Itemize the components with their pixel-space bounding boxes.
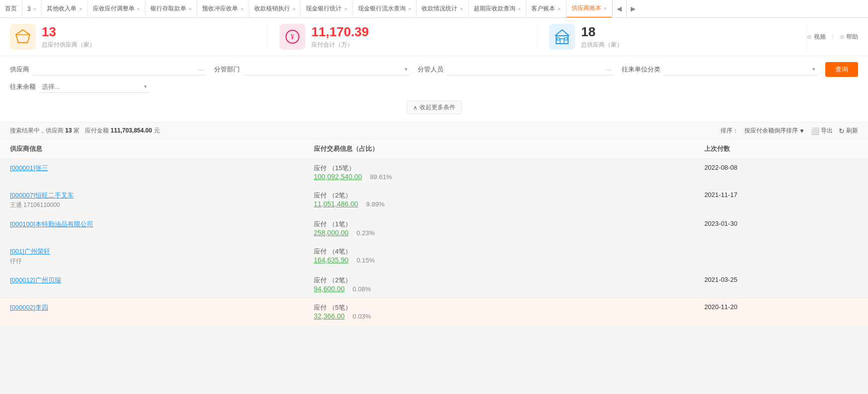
dept-input[interactable] [243,64,405,75]
balance-label: 往来余额 [10,82,36,91]
nav-tab-customer-account-close[interactable]: × [558,6,561,12]
nav-tab-cash-bank-stat-close[interactable]: × [344,6,347,12]
nav-tab-ap-adjust-close[interactable]: × [137,6,140,12]
category-input[interactable] [663,64,813,75]
extra-cell [825,159,868,186]
supplier-link[interactable]: [000012]广州贝瑞 [10,276,61,284]
collapse-button[interactable]: ∧ 收起更多条件 [407,101,462,114]
nav-tab-verify-exec[interactable]: 收款核销执行 × [249,0,301,18]
filter-dept: 分管部门 ▾ [214,64,410,75]
category-arrow-down-icon[interactable]: ▾ [812,66,817,72]
nav-tab-overdue-query-close[interactable]: × [518,6,521,12]
help-link[interactable]: ⊙ 帮助 [840,33,858,41]
top-nav: 首页 3 × 其他收入单 × 应收应付调整单 × 银行存取款单 × 预收冲应收单… [0,0,868,18]
th-extra [825,139,868,159]
table-row: [000012]广州贝瑞应付（2笔）94,600.000.08%2021-03-… [0,271,868,298]
category-label: 往来单位分类 [622,65,660,74]
balance-input[interactable] [39,81,144,92]
tx-amount[interactable]: 11,051,486.00 [314,200,359,208]
refresh-button[interactable]: ↻ 刷新 [839,127,858,135]
nav-tab-cash-bank-stat[interactable]: 现金银行统计 × [301,0,353,18]
supplier-cell: [000012]广州贝瑞 [0,271,304,298]
video-link[interactable]: ⊙ 视频 [807,33,825,41]
person-dots-icon[interactable]: ··· [606,66,614,73]
tx-type-label: 应付 [314,164,327,172]
svg-rect-5 [560,39,564,44]
dept-arrow-down-icon[interactable]: ▾ [405,66,410,72]
nav-tab-other-income-close[interactable]: × [79,6,82,12]
filter-balance: 往来余额 ▾ [10,81,149,93]
tx-amount[interactable]: 258,000.00 [314,229,349,237]
filter-row-1: 供应商 ··· 分管部门 ▾ 分管人员 ··· 往来单位分类 [10,62,858,77]
tx-cell: 应付（5笔）32,366.000.03% [304,298,695,326]
th-last-pay: 上次付数 [694,139,824,159]
collapse-up-icon: ∧ [413,104,418,111]
extra-cell [825,186,868,215]
data-table: 供应商信息 应付交易信息（占比） 上次付数 [000001]张三应付（15笔）1… [0,139,868,325]
tx-amount[interactable]: 164,635.90 [314,256,349,264]
nav-tab-cash-bank-flow-close[interactable]: × [408,6,411,12]
ap-total-label: 应付合计（万） [311,41,369,49]
supplier-cell: [000100]本特勤油品有限公司 [0,215,304,242]
nav-tab-advance-verify[interactable]: 预收冲应收单 × [197,0,249,18]
tx-amount[interactable]: 94,600.00 [314,285,345,293]
supplier-cell: [001]广州荣轩仔仔 [0,242,304,271]
nav-tab-3[interactable]: 3 × [22,0,42,18]
nav-arrow-right[interactable]: ▶ [626,0,640,18]
tx-amount[interactable]: 32,366.00 [314,312,345,320]
supplier-input-wrap: ··· [32,64,206,75]
table-body: [000001]张三应付（15笔）100,092,540.0089.61%202… [0,159,868,326]
export-label: 导出 [821,127,833,135]
nav-tab-bank-deposit-close[interactable]: × [189,6,192,12]
nav-tab-advance-verify-close[interactable]: × [240,6,243,12]
video-label: 视频 [814,33,826,40]
nav-tab-supplier-account-close[interactable]: × [604,5,607,11]
nav-tab-ap-adjust[interactable]: 应收应付调整单 × [88,0,145,18]
last-pay-cell: 2021-11-17 [694,186,824,215]
svg-rect-4 [556,36,568,44]
nav-tab-home[interactable]: 首页 [0,0,22,18]
nav-tab-other-income[interactable]: 其他收入单 × [42,0,87,18]
tx-count-label: （2笔） [329,192,352,199]
nav-tab-collect-stat[interactable]: 收款情况统计 × [417,0,468,18]
tx-amount[interactable]: 100,092,540.00 [314,173,362,181]
svg-marker-0 [16,30,30,43]
nav-arrow-left[interactable]: ◀ [612,0,626,18]
summary-card-ap-total: ¥ 11,170.39 应付合计（万） [268,24,537,50]
nav-tab-3-close[interactable]: × [33,6,36,12]
card-content-total-suppliers: 18 总供应商（家） [581,24,623,49]
nav-tab-cash-bank-flow[interactable]: 现金银行流水查询 × [353,0,417,18]
nav-tab-supplier-account[interactable]: 供应商账本 × [567,0,612,18]
last-pay-cell: 2021-03-25 [694,271,824,298]
supplier-link[interactable]: [000001]张三 [10,164,48,172]
nav-tab-collect-stat-close[interactable]: × [460,6,463,12]
person-input[interactable] [446,64,606,75]
tx-cell: 应付（2笔）11,051,486.009.89% [304,186,695,215]
tx-pct: 0.08% [353,285,371,293]
extra-cell [825,271,868,298]
result-prefix: 搜索结果中，供应商 [10,127,64,134]
nav-tab-verify-exec-close[interactable]: × [292,6,295,12]
tx-cell: 应付（1笔）258,000.000.23% [304,215,695,242]
svg-text:¥: ¥ [291,33,294,41]
supplier-sub-info: 王通 17106110000 [10,201,294,209]
total-payable-suppliers-label: 总应付供应商（家） [42,41,95,49]
nav-tab-overdue-query[interactable]: 超期应收款查询 × [469,0,526,18]
table-row: [000001]张三应付（15笔）100,092,540.0089.61%202… [0,159,868,186]
export-button[interactable]: ⬜ 导出 [811,127,833,135]
amount-text: 应付金额 111,703,854.00 元 [85,127,159,134]
nav-tab-bank-deposit[interactable]: 银行存取款单 × [145,0,197,18]
balance-arrow-down-icon[interactable]: ▾ [144,83,149,90]
supplier-link[interactable]: [000002]李四 [10,304,48,311]
supplier-link[interactable]: [000007]恒旺二手叉车 [10,192,74,199]
sort-arrow-icon: ▼ [799,128,805,134]
supplier-link[interactable]: [001]广州荣轩 [10,248,50,255]
supplier-dots-icon[interactable]: ··· [198,66,206,73]
supplier-input[interactable] [32,64,198,75]
sort-select[interactable]: 按应付余额倒序排序 ▼ [744,127,805,135]
query-button[interactable]: 查询 [825,62,858,77]
supplier-link[interactable]: [000100]本特勤油品有限公司 [10,220,93,228]
amount-value: 111,703,854.00 [111,127,152,134]
nav-tab-customer-account[interactable]: 客户账本 × [526,0,566,18]
nav-tab-home-label: 首页 [5,4,17,13]
